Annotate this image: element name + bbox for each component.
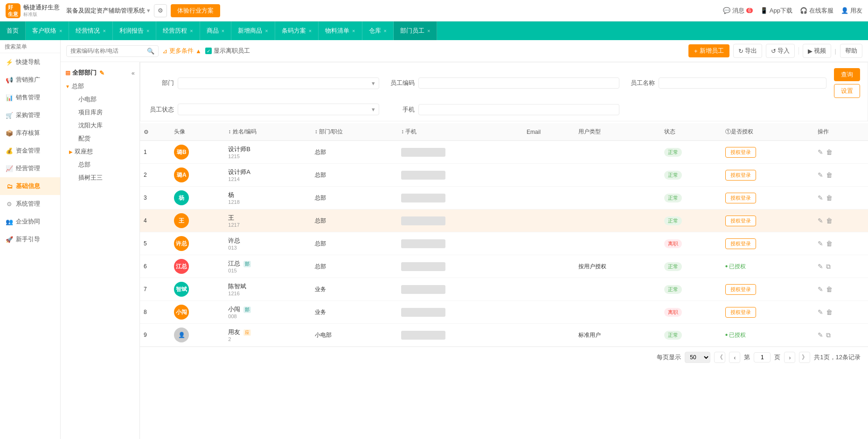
gear-button[interactable]: ⚙ bbox=[154, 4, 167, 17]
delete-icon[interactable]: 🗑 bbox=[826, 217, 833, 224]
close-icon[interactable]: × bbox=[190, 28, 193, 34]
empcode-input[interactable] bbox=[418, 77, 620, 89]
auth-button[interactable]: 授权登录 bbox=[725, 216, 756, 226]
close-icon[interactable]: × bbox=[103, 28, 105, 34]
col-name[interactable]: ↕ 姓名/编码 bbox=[224, 123, 311, 141]
col-phone[interactable]: ↕ 手机 bbox=[397, 123, 523, 141]
nav-item-bom[interactable]: 物料清单 × bbox=[319, 21, 362, 40]
close-icon[interactable]: × bbox=[59, 28, 62, 34]
close-icon[interactable]: × bbox=[384, 28, 387, 34]
dept-item-chashuwangsan[interactable]: 插树王三 bbox=[61, 171, 139, 184]
col-settings[interactable]: ⚙ bbox=[140, 123, 170, 141]
sidebar-item-sales[interactable]: 📊销售管理 bbox=[0, 89, 60, 106]
close-icon[interactable]: × bbox=[146, 28, 149, 34]
edit-icon[interactable]: ✎ bbox=[818, 148, 823, 156]
next-page-button[interactable]: › bbox=[784, 352, 795, 363]
nav-item-customer[interactable]: 客户联络 × bbox=[26, 21, 69, 40]
delete-icon[interactable]: 🗑 bbox=[826, 240, 833, 247]
nav-item-home[interactable]: 首页 bbox=[0, 21, 26, 40]
prev-page-button[interactable]: ‹ bbox=[729, 352, 740, 363]
dept-select[interactable]: ▾ bbox=[178, 77, 379, 89]
edit-icon[interactable]: ✎ bbox=[818, 171, 823, 179]
message-button[interactable]: 💬 消息 6 bbox=[723, 7, 753, 15]
edit-icon[interactable]: ✎ bbox=[818, 263, 823, 271]
auth-button[interactable]: 授权登录 bbox=[725, 284, 756, 295]
import-button[interactable]: ↺ 导入 bbox=[766, 44, 795, 58]
auth-button[interactable]: 授权登录 bbox=[725, 238, 756, 249]
close-icon[interactable]: × bbox=[265, 28, 268, 34]
trial-button[interactable]: 体验行业方案 bbox=[171, 4, 220, 17]
nav-item-operation[interactable]: 经营情况 × bbox=[69, 21, 112, 40]
app-download-button[interactable]: 📱 App下载 bbox=[760, 7, 792, 15]
empstatus-select[interactable]: ▾ bbox=[178, 104, 379, 115]
close-icon[interactable]: × bbox=[427, 28, 430, 34]
dept-item-xiaodibu[interactable]: 小电部 bbox=[61, 93, 139, 106]
search-input[interactable] bbox=[70, 48, 145, 54]
edit-icon[interactable]: ✎ bbox=[818, 217, 823, 224]
chevron-down-icon[interactable]: ▾ bbox=[147, 7, 150, 14]
delete-icon[interactable]: 🗑 bbox=[826, 286, 833, 293]
sidebar-item-ops[interactable]: 📈经营管理 bbox=[0, 160, 60, 177]
empname-input[interactable] bbox=[659, 77, 826, 89]
close-icon[interactable]: × bbox=[309, 28, 312, 34]
auth-button[interactable]: 授权登录 bbox=[725, 147, 756, 158]
view-button[interactable]: ▶ 视频 bbox=[803, 44, 831, 58]
help-button[interactable]: 帮助 bbox=[840, 44, 862, 58]
last-page-button[interactable]: 》 bbox=[799, 352, 810, 363]
nav-item-barcode[interactable]: 条码方案 × bbox=[275, 21, 319, 40]
per-page-select[interactable]: 50 100 200 bbox=[685, 352, 710, 363]
nav-item-warehouse[interactable]: 仓库 × bbox=[362, 21, 394, 40]
edit-icon[interactable]: ✎ bbox=[818, 194, 823, 202]
sidebar-item-finance[interactable]: 💰资金管理 bbox=[0, 142, 60, 160]
copy-icon[interactable]: ⧉ bbox=[826, 331, 831, 339]
add-employee-button[interactable]: + 新增员工 bbox=[688, 44, 729, 57]
dept-item-shenyangdaku[interactable]: 沈阳大库 bbox=[61, 119, 139, 132]
online-service-button[interactable]: 🎧 在线客服 bbox=[800, 7, 833, 15]
nav-item-goods[interactable]: 商品 × bbox=[200, 21, 231, 40]
close-icon[interactable]: × bbox=[222, 28, 224, 34]
nav-item-new-goods[interactable]: 新增商品 × bbox=[231, 21, 275, 40]
nav-item-history[interactable]: 经营历程 × bbox=[156, 21, 200, 40]
first-page-button[interactable]: 《 bbox=[714, 352, 725, 363]
edit-icon[interactable]: ✎ bbox=[818, 286, 823, 293]
delete-icon[interactable]: 🗑 bbox=[826, 308, 833, 316]
dept-item-shuangzuoxiang[interactable]: ▶双座想 bbox=[61, 145, 139, 158]
sidebar-item-inventory[interactable]: 📦库存核算 bbox=[0, 124, 60, 142]
dept-collapse-icon[interactable]: « bbox=[132, 70, 135, 77]
sidebar-item-purchase[interactable]: 🛒采购管理 bbox=[0, 106, 60, 124]
sidebar-item-collab[interactable]: 👥企业协同 bbox=[0, 213, 60, 230]
delete-icon[interactable]: 🗑 bbox=[826, 171, 833, 179]
query-button[interactable]: 查询 bbox=[834, 68, 860, 81]
edit-icon[interactable]: ✎ bbox=[818, 240, 823, 247]
dept-item-xiangmukufang[interactable]: 项目库房 bbox=[61, 106, 139, 119]
export-button[interactable]: ↻ 导出 bbox=[733, 44, 762, 58]
copy-icon[interactable]: ⧉ bbox=[826, 263, 831, 271]
sidebar-item-basic[interactable]: 🗂基础信息 bbox=[0, 177, 60, 195]
more-conditions-button[interactable]: ⊿ 更多条件 ▲ bbox=[162, 47, 201, 55]
sidebar-item-guide[interactable]: 🚀新手引导 bbox=[0, 230, 60, 248]
auth-button[interactable]: 授权登录 bbox=[725, 193, 756, 203]
page-input[interactable] bbox=[754, 352, 771, 362]
close-icon[interactable]: × bbox=[352, 28, 355, 34]
set-button[interactable]: 设置 bbox=[834, 84, 860, 98]
edit-icon[interactable]: ✎ bbox=[818, 331, 823, 339]
edit-icon[interactable]: ✎ bbox=[818, 308, 823, 316]
nav-item-profit[interactable]: 利润报告 × bbox=[113, 21, 156, 40]
auth-button[interactable]: 授权登录 bbox=[725, 307, 756, 318]
dept-edit-icon[interactable]: ✎ bbox=[99, 70, 104, 77]
nav-item-employee[interactable]: 部门员工 × bbox=[394, 21, 437, 40]
col-dept[interactable]: ↕ 部门/职位 bbox=[311, 123, 397, 141]
sidebar-item-quick-nav[interactable]: ⚡快捷导航 bbox=[0, 53, 60, 71]
phone-input[interactable] bbox=[418, 104, 620, 115]
sidebar-item-system[interactable]: ⚙系统管理 bbox=[0, 195, 60, 213]
show-resigned-toggle[interactable]: ✓ 显示离职员工 bbox=[205, 47, 250, 55]
delete-icon[interactable]: 🗑 bbox=[826, 194, 833, 202]
sidebar-item-marketing[interactable]: 📢营销推广 bbox=[0, 71, 60, 89]
delete-icon[interactable]: 🗑 bbox=[826, 148, 833, 156]
dept-item-zongbu2[interactable]: 总部 bbox=[61, 158, 139, 171]
sidebar-search-input[interactable] bbox=[5, 43, 61, 50]
dept-item-zongbu[interactable]: ▼总部 bbox=[61, 80, 139, 93]
user-button[interactable]: 👤 用友 bbox=[841, 7, 862, 15]
auth-button[interactable]: 授权登录 bbox=[725, 170, 756, 181]
dept-item-peihuo[interactable]: 配货 bbox=[61, 132, 139, 145]
